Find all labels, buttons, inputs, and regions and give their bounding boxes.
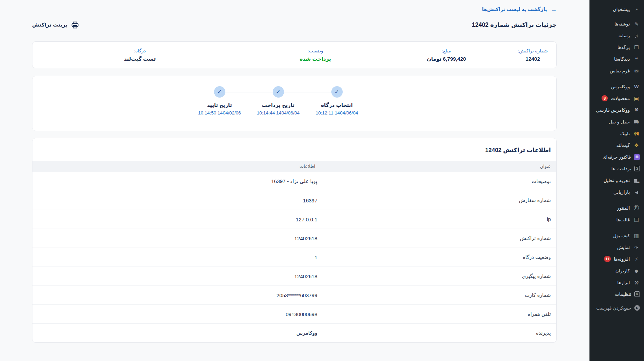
print-button-label: پرینت تراکنش <box>32 22 68 28</box>
main-content: → بازگشت به لیست تراکنش‌ها جزئیات تراکنش… <box>0 0 589 361</box>
summary-field-status: وضعیت: پرداخت شده <box>247 48 383 62</box>
sidebar-item-pages[interactable]: ❐ برگه‌ها <box>589 41 644 53</box>
table-row-acquirer: پذیرنده ووکامرس <box>32 323 556 342</box>
table-row-order-number: شماره سفارش 16397 <box>32 191 556 210</box>
sidebar-item-products[interactable]: ▣ محصولات 8 <box>589 92 644 104</box>
sidebar-item-payments[interactable]: $ پرداخت ها <box>589 163 644 174</box>
timeline-step-payment-date: ✓ تاریخ پرداخت 10:14:44 1404/06/04 <box>249 86 308 116</box>
wallet-icon: ▥ <box>633 232 640 239</box>
invoice-icon: ▤ <box>634 154 640 160</box>
sidebar-item-shipping[interactable]: ⛟ حمل و نقل <box>589 116 644 128</box>
sidebar-item-media[interactable]: ♫ رسانه <box>589 30 644 41</box>
step-datetime: 10:14:50 1404/02/06 <box>198 110 241 116</box>
sidebar-item-pro-invoice[interactable]: ▤ فاکتور حرفه‌ای <box>589 151 644 163</box>
media-icon: ♫ <box>633 32 640 39</box>
timeline-step-confirm-date: ✓ تاریخ تایید 10:14:50 1404/02/06 <box>190 86 249 116</box>
timeline-step-gateway-selected: ✓ انتخاب درگاه 10:12:11 1404/06/04 <box>308 86 366 116</box>
collapse-menu-icon: ▶ <box>634 305 640 311</box>
sidebar-item-tools[interactable]: ⚒ ابزارها <box>589 277 644 288</box>
check-circle-icon: ✓ <box>273 86 284 98</box>
elementor-icon: Ⓔ <box>633 204 640 211</box>
summary-field-gateway: درگاه: تست گیت‌لند <box>32 48 247 62</box>
details-table-header: عنوان اطلاعات <box>32 161 556 172</box>
posts-pin-icon: ✎ <box>633 20 640 27</box>
dashboard-icon: ◔ <box>633 6 640 13</box>
sidebar-item-woocommerce[interactable]: W ووکامرس <box>589 81 644 92</box>
sidebar-separator <box>589 77 644 81</box>
admin-sidebar: ◔ پیشخوان ✎ نوشته‌ها ♫ رسانه ❐ برگه‌ها ❝… <box>589 0 644 361</box>
sidebar-item-elementor[interactable]: Ⓔ المنتور <box>589 202 644 214</box>
sidebar-item-wallet[interactable]: ▥ کیف پول <box>589 230 644 241</box>
summary-field-amount: مبلغ: 6,799,420 تومان <box>383 48 509 62</box>
woocommerce-farsi-icon: 99 <box>633 107 640 113</box>
woocommerce-icon: W <box>633 83 640 90</box>
sidebar-item-collapse-menu[interactable]: ▶ جمع‌کردن فهرست <box>589 302 644 314</box>
napik-icon: {N} <box>633 130 640 137</box>
transaction-timeline-card: ✓ انتخاب درگاه 10:12:11 1404/06/04 ✓ تار… <box>32 76 557 131</box>
truck-icon: ⛟ <box>633 118 640 125</box>
products-count-badge: 8 <box>602 95 608 101</box>
sidebar-item-contact-form[interactable]: ✉ فرم تماس <box>589 65 644 77</box>
timeline-track: ✓ انتخاب درگاه 10:12:11 1404/06/04 ✓ تار… <box>190 86 366 116</box>
plugins-count-badge: 11 <box>604 256 611 262</box>
amount-value: 6,799,420 تومان <box>427 56 466 62</box>
back-to-transactions-link[interactable]: → بازگشت به لیست تراکنش‌ها <box>482 6 557 12</box>
wrench-icon: ⚒ <box>633 279 640 286</box>
sidebar-item-marketing[interactable]: ◄ بازاریابی <box>589 186 644 198</box>
check-circle-icon: ✓ <box>331 86 343 98</box>
sidebar-item-analytics[interactable]: ▂▆ تجزیه و تحلیل <box>589 174 644 186</box>
plugin-icon: ⚡ <box>633 255 640 262</box>
page-title: جزئیات تراکنش شماره 12402 <box>472 21 557 29</box>
transaction-details-card: اطلاعات تراکنش 12402 عنوان اطلاعات توضیح… <box>32 138 557 343</box>
products-box-icon: ▣ <box>633 95 640 102</box>
back-link-label: بازگشت به لیست تراکنش‌ها <box>482 7 547 12</box>
back-row: → بازگشت به لیست تراکنش‌ها <box>32 6 557 12</box>
table-row-ip: ip 127.0.0.1 <box>32 210 556 229</box>
summary-field-transaction-number: شماره تراکنش: 12402 <box>509 48 556 62</box>
table-row-tracking-number: شماره پیگیری 12402618 <box>32 267 556 285</box>
printer-icon <box>71 21 79 29</box>
comments-icon: ❝ <box>633 56 640 62</box>
sliders-icon: ⇅ <box>634 291 640 297</box>
sidebar-item-napik[interactable]: {N} نابیک <box>589 128 644 139</box>
pages-icon: ❐ <box>633 44 640 51</box>
sidebar-item-users[interactable]: ☻ کاربران <box>589 265 644 277</box>
column-header-info: اطلاعات <box>32 164 324 169</box>
step-datetime: 10:12:11 1404/06/04 <box>316 110 358 116</box>
print-transaction-button[interactable]: پرینت تراکنش <box>32 21 79 29</box>
table-row-mobile: تلفن همراه 09130000698 <box>32 304 556 323</box>
dollar-icon: $ <box>634 166 640 171</box>
gateway-value: تست گیت‌لند <box>124 56 156 62</box>
sidebar-separator <box>589 198 644 202</box>
sidebar-item-gitland[interactable]: ❖ گیت‌لند <box>589 139 644 151</box>
step-datetime: 10:14:44 1404/06/04 <box>257 110 300 116</box>
envelope-icon: ✉ <box>633 67 640 74</box>
status-value: پرداخت شده <box>300 56 331 62</box>
gitland-cards-icon: ❖ <box>633 142 640 149</box>
megaphone-icon: ◄ <box>633 189 640 195</box>
right-arrow-icon: → <box>550 6 557 12</box>
sidebar-item-templates[interactable]: ❏ قالب‌ها <box>589 214 644 225</box>
sidebar-separator <box>589 225 644 230</box>
sidebar-item-woocommerce-farsi[interactable]: 99 ووکامرس فارسی <box>589 104 644 116</box>
user-icon: ☻ <box>633 267 640 274</box>
details-table-title: اطلاعات تراکنش 12402 <box>32 138 556 161</box>
column-header-title: عنوان <box>324 164 556 169</box>
sidebar-item-posts[interactable]: ✎ نوشته‌ها <box>589 18 644 30</box>
sidebar-item-dashboard[interactable]: ◔ پیشخوان <box>589 3 644 15</box>
table-row-transaction-number: شماره تراکنش 12402618 <box>32 229 556 248</box>
sidebar-separator <box>589 15 644 18</box>
brush-icon: ✑ <box>633 244 640 251</box>
table-row-gateway-status: وضعیت درگاه 1 <box>32 248 556 267</box>
transaction-number-value: 12402 <box>526 56 540 62</box>
bar-chart-icon: ▂▆ <box>633 177 640 184</box>
page: ◔ پیشخوان ✎ نوشته‌ها ♫ رسانه ❐ برگه‌ها ❝… <box>0 0 644 361</box>
table-row-description: توضیحات 16397 - پویا علی نژاد <box>32 172 556 191</box>
sidebar-item-settings[interactable]: ⇅ تنظیمات <box>589 288 644 300</box>
sidebar-item-plugins[interactable]: ⚡ افزونه‌ها 11 <box>589 253 644 265</box>
title-row: جزئیات تراکنش شماره 12402 پرینت تراکنش <box>32 18 557 32</box>
table-row-card-number: شماره کارت 2053******603799 <box>32 285 556 304</box>
sidebar-item-comments[interactable]: ❝ دیدگاه‌ها <box>589 53 644 65</box>
sidebar-item-appearance[interactable]: ✑ نمایش <box>589 241 644 253</box>
check-circle-icon: ✓ <box>214 86 225 98</box>
